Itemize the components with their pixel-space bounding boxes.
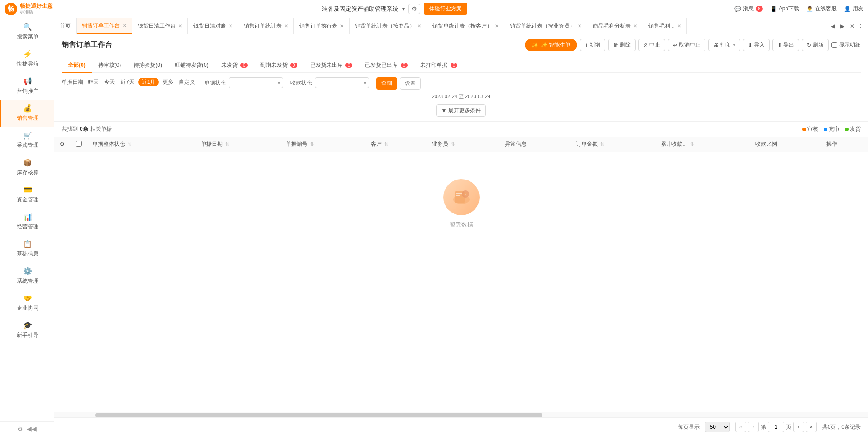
filter-tab-pending[interactable]: 待审核(0) <box>92 59 128 73</box>
sidebar-item-quick[interactable]: ⚡ 快捷导航 <box>0 45 54 72</box>
message-btn[interactable]: 💬 消息 6 <box>734 5 763 13</box>
table-wrapper[interactable]: ⚙ 单据整体状态 ⇅ 单据日期 ⇅ 单据编号 ⇅ 客户 ⇅ 业务员 ⇅ 异常信息… <box>54 137 868 412</box>
sidebar-item-marketing[interactable]: 📢 营销推广 <box>0 72 54 100</box>
th-checkbox[interactable] <box>70 137 87 152</box>
filter-tab-all[interactable]: 全部(0) <box>62 59 92 73</box>
tab-close-order-exec[interactable]: ✕ <box>340 24 344 28</box>
date-more[interactable]: 更多 <box>161 77 175 87</box>
tab-close-customer-stats[interactable]: ✕ <box>495 24 499 28</box>
sidebar-item-sales[interactable]: 💰 销售管理 <box>0 100 54 127</box>
date-today[interactable]: 今天 <box>102 77 117 87</box>
smart-btn[interactable]: ✨ ✨ 智能生单 <box>525 39 577 51</box>
audit-action[interactable]: 审核 <box>802 125 818 133</box>
sort-received-icon[interactable]: ⇅ <box>690 142 694 147</box>
tab-close-sales-stats[interactable]: ✕ <box>578 24 581 28</box>
show-detail-label[interactable]: 显示明细 <box>831 41 861 49</box>
add-btn[interactable]: + 新增 <box>580 39 605 51</box>
sort-salesperson-icon[interactable]: ⇅ <box>451 142 455 147</box>
tab-sales-margin[interactable]: 销售毛利... ✕ <box>643 18 687 34</box>
payment-select[interactable] <box>315 77 369 88</box>
th-settings[interactable]: ⚙ <box>54 137 70 152</box>
user-btn[interactable]: 👤 用友 <box>844 5 863 13</box>
filter-tab-unprinted[interactable]: 未打印单据 0 <box>414 59 464 73</box>
sidebar-collapse-btn[interactable]: ◀◀ <box>27 425 37 432</box>
settings-btn[interactable]: ⚙ <box>408 4 420 14</box>
sidebar-item-operation[interactable]: 📊 经营管理 <box>0 208 54 235</box>
tab-close-sales-workbench[interactable]: ✕ <box>123 23 126 28</box>
date-1month[interactable]: 近1月 <box>138 78 159 86</box>
set-btn[interactable]: 设置 <box>400 77 421 90</box>
h-scroll-thumb[interactable] <box>95 413 542 417</box>
cancel-stop-btn[interactable]: ↩ 取消中止 <box>668 39 705 51</box>
status-select[interactable] <box>229 77 283 88</box>
tab-scroll-left[interactable]: ◀ <box>828 18 838 34</box>
filter-tab-inspection[interactable]: 待拣验货(0) <box>127 59 168 73</box>
page-prev-btn[interactable]: ‹ <box>748 422 759 432</box>
tab-customer-stats[interactable]: 销货单统计表（按客户） ✕ <box>427 18 504 34</box>
sort-status-icon[interactable]: ⇅ <box>128 142 131 147</box>
select-all-checkbox[interactable] <box>76 141 82 147</box>
tab-close-goods-stats[interactable]: ✕ <box>417 24 421 28</box>
online-service-btn[interactable]: 👨‍💼 在线客服 <box>806 5 837 13</box>
print-btn[interactable]: 🖨 打印 ▾ <box>708 39 740 51</box>
filter-tab-shipped-out[interactable]: 已发货已出库 0 <box>359 59 414 73</box>
tab-close-sales-margin[interactable]: ✕ <box>677 24 681 28</box>
system-dropdown-btn[interactable]: ▾ <box>402 6 405 12</box>
sort-number-icon[interactable]: ⇅ <box>310 142 314 147</box>
sidebar-item-search[interactable]: 🔍 搜索菜单 <box>0 18 54 45</box>
h-scroll[interactable] <box>54 412 868 417</box>
date-custom[interactable]: 自定义 <box>177 77 197 87</box>
import-btn[interactable]: ⬇ 导入 <box>743 39 770 51</box>
tab-close-daily-cash[interactable]: ✕ <box>178 24 182 28</box>
delete-btn[interactable]: 🗑 删除 <box>608 39 636 51</box>
sidebar-item-basic[interactable]: 📋 基础信息 <box>0 235 54 262</box>
page-size-select[interactable]: 10 20 50 100 <box>705 422 730 432</box>
tab-sales-workbench[interactable]: 销售订单工作台 ✕ <box>77 18 132 34</box>
tab-maximize[interactable]: ⛶ <box>857 18 868 34</box>
tab-home[interactable]: 首页 <box>54 18 77 34</box>
tab-close-margin[interactable]: ✕ <box>633 24 637 28</box>
tab-margin[interactable]: 商品毛利分析表 ✕ <box>587 18 643 34</box>
expand-btn[interactable]: ▼ 展开更多条件 <box>436 104 486 117</box>
sort-date-icon[interactable]: ⇅ <box>225 142 229 147</box>
sidebar-system-label: 系统管理 <box>17 277 38 285</box>
export-btn[interactable]: ⬆ 导出 <box>772 39 799 51</box>
sidebar-item-inventory[interactable]: 📦 库存核算 <box>0 154 54 181</box>
filter-tab-wangpu[interactable]: 旺铺待发货(0) <box>168 59 215 73</box>
page-input[interactable] <box>768 422 784 432</box>
show-detail-checkbox[interactable] <box>831 42 837 48</box>
stop-btn[interactable]: ⊘ 中止 <box>638 39 665 51</box>
page-next-btn[interactable]: › <box>793 422 804 432</box>
tab-goods-stats[interactable]: 销货单统计表（按商品） ✕ <box>350 18 427 34</box>
date-yesterday[interactable]: 昨天 <box>86 77 101 87</box>
app-download-btn[interactable]: 📱 App下载 <box>770 5 799 13</box>
sidebar-item-guide[interactable]: 🎓 新手引导 <box>0 317 54 344</box>
date-7days[interactable]: 近7天 <box>119 77 136 87</box>
tab-daily-cash[interactable]: 钱货日清工作台 ✕ <box>132 18 188 34</box>
tab-close-all[interactable]: ✕ <box>847 18 857 34</box>
filter-tab-overdue[interactable]: 到期未发货 0 <box>254 59 304 73</box>
anti-audit-action[interactable]: 充审 <box>824 125 839 133</box>
tab-sales-stats[interactable]: 销货单统计表（按业务员） ✕ <box>504 18 587 34</box>
page-last-btn[interactable]: » <box>806 422 817 432</box>
deliver-action[interactable]: 发货 <box>845 125 861 133</box>
refresh-btn[interactable]: ↻ 刷新 <box>802 39 829 51</box>
sidebar-item-purchase[interactable]: 🛒 采购管理 <box>0 127 54 154</box>
sidebar-item-system[interactable]: ⚙️ 系统管理 <box>0 262 54 289</box>
page-first-btn[interactable]: « <box>735 422 746 432</box>
industry-btn[interactable]: 体验行业方案 <box>424 3 467 15</box>
tab-scroll-right[interactable]: ▶ <box>838 18 847 34</box>
filter-tab-shipped-not-out[interactable]: 已发货未出库 0 <box>304 59 359 73</box>
tab-order-exec[interactable]: 销售订单执行表 ✕ <box>294 18 350 34</box>
sort-customer-icon[interactable]: ⇅ <box>384 142 388 147</box>
query-btn[interactable]: 查询 <box>376 77 397 90</box>
tab-close-order-stats[interactable]: ✕ <box>284 24 288 28</box>
tab-close-reconcile[interactable]: ✕ <box>229 24 232 28</box>
sidebar-settings-btn[interactable]: ⚙ <box>17 425 23 432</box>
tab-reconcile[interactable]: 钱货日清对账 ✕ <box>188 18 238 34</box>
tab-order-stats[interactable]: 销售订单统计表 ✕ <box>238 18 294 34</box>
filter-tab-not-shipped[interactable]: 未发货 0 <box>215 59 254 73</box>
sort-amount-icon[interactable]: ⇅ <box>600 142 604 147</box>
sidebar-item-enterprise[interactable]: 🤝 企业协同 <box>0 289 54 317</box>
sidebar-item-finance[interactable]: 💳 资金管理 <box>0 181 54 208</box>
